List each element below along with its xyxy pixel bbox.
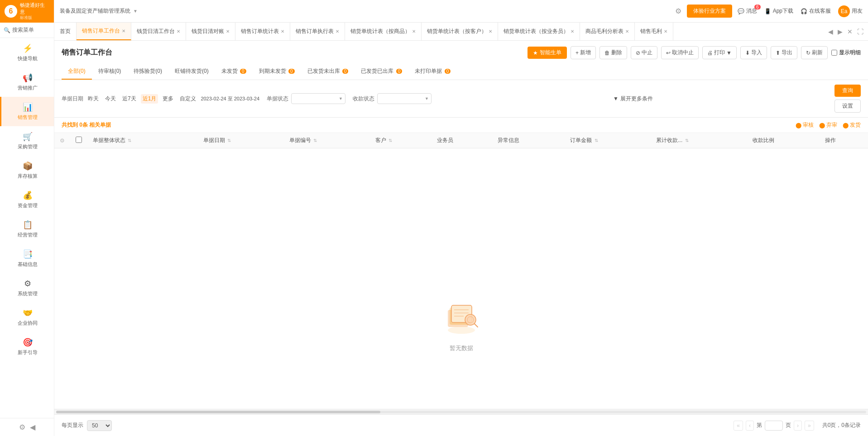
sidebar-item-basic-info[interactable]: 📑 基础信息 [0, 244, 54, 273]
message-btn[interactable]: 💬 消息 6 [738, 7, 757, 15]
sidebar-item-new-guide[interactable]: 🎯 新手引导 [0, 332, 54, 361]
date-opt-custom[interactable]: 自定义 [178, 94, 198, 104]
settings-icon[interactable]: ⚙ [675, 7, 681, 15]
tab-home[interactable]: 首页 [54, 23, 77, 40]
tab-sales-stats-staff[interactable]: 销货单统计表（按业务员） ✕ [498, 23, 580, 40]
sort-amount-icon: ⇅ [595, 138, 598, 143]
tab-close-sales-stats[interactable]: ✕ [281, 29, 284, 34]
stop-btn[interactable]: ⊘ 中止 [631, 46, 657, 59]
col-date[interactable]: 单据日期 ⇅ [198, 133, 284, 148]
delete-btn[interactable]: 🗑 删除 [599, 46, 627, 59]
tabs-prev-btn[interactable]: ◀ [826, 26, 835, 37]
sub-tab-pending-review[interactable]: 待审核(0) [92, 64, 128, 80]
sub-tab-wangpu[interactable]: 旺铺待发货(0) [168, 64, 215, 80]
page-input[interactable]: 1 [765, 421, 783, 431]
tab-close-staff[interactable]: ✕ [571, 29, 574, 34]
ship-btn[interactable]: ⬤ 发货 [843, 121, 861, 129]
revoke-btn[interactable]: ⬤ 弃审 [819, 121, 837, 129]
ship-label: 发货 [850, 121, 861, 129]
sidebar-item-enterprise[interactable]: 🤝 企业协同 [0, 303, 54, 332]
date-opt-today[interactable]: 今天 [103, 94, 118, 104]
table-settings-icon[interactable]: ⚙ [60, 137, 65, 144]
add-btn[interactable]: + 新增 [571, 46, 596, 59]
tabs-maximize-btn[interactable]: ⛶ [855, 26, 865, 37]
tab-product-margin[interactable]: 商品毛利分析表 ✕ [580, 23, 635, 40]
avatar: Ea [838, 5, 850, 17]
date-opt-more[interactable]: 更多 [161, 94, 175, 104]
footer-settings-btn[interactable]: ⚙ [19, 423, 25, 431]
col-number[interactable]: 单据编号 ⇅ [284, 133, 370, 148]
search-menu[interactable]: 🔍 搜索菜单 [0, 23, 54, 38]
expand-filter-btn[interactable]: ▼ 展开更多条件 [613, 95, 653, 103]
sub-tab-pending-inspect-label: 待拣验货(0) [134, 68, 162, 74]
last-page-btn[interactable]: » [805, 421, 814, 431]
sub-tab-overdue[interactable]: 到期未发货 0 [253, 64, 301, 80]
tab-close-cash-daily[interactable]: ✕ [177, 29, 180, 34]
select-all-checkbox[interactable] [76, 137, 82, 143]
refresh-btn[interactable]: ↻ 刷新 [801, 46, 828, 59]
industry-btn[interactable]: 体验行业方案 [687, 5, 732, 18]
show-detail-toggle[interactable]: 显示明细 [831, 49, 861, 57]
tab-close-customer[interactable]: ✕ [489, 29, 492, 34]
import-btn[interactable]: ⬇ 导入 [740, 46, 767, 59]
user-menu[interactable]: Ea 用友 [838, 5, 863, 17]
footer-collapse-btn[interactable]: ◀ [30, 423, 35, 431]
prev-page-btn[interactable]: ‹ [746, 421, 754, 431]
tab-close-exec[interactable]: ✕ [336, 29, 339, 34]
sub-tab-all[interactable]: 全部(0) [62, 64, 92, 80]
tab-sales-order-exec[interactable]: 销售订单执行表 ✕ [290, 23, 345, 40]
tabs-close-all-btn[interactable]: ✕ [845, 26, 854, 37]
show-detail-checkbox[interactable] [831, 50, 837, 56]
tab-close-product[interactable]: ✕ [412, 29, 416, 34]
set-btn[interactable]: 设置 [834, 100, 861, 113]
sidebar-item-marketing[interactable]: 📢 营销推广 [0, 67, 54, 97]
col-collected[interactable]: 累计收款... ⇅ [651, 133, 747, 148]
sidebar-item-finance[interactable]: 💰 资金管理 [0, 185, 54, 214]
print-btn[interactable]: 🖨 打印 ▼ [702, 46, 737, 59]
sub-tab-pending-inspect[interactable]: 待拣验货(0) [127, 64, 168, 80]
tab-cash-daily[interactable]: 钱货日清工作台 ✕ [131, 23, 186, 40]
horizontal-scrollbar[interactable] [54, 409, 868, 414]
sidebar-item-operations[interactable]: 📋 经营管理 [0, 214, 54, 244]
tab-sales-stats-product[interactable]: 销货单统计表（按商品） ✕ [345, 23, 422, 40]
date-opt-yesterday[interactable]: 昨天 [86, 94, 101, 104]
sub-tab-not-shipped[interactable]: 未发货 0 [215, 64, 253, 80]
app-badge: 标准版 [20, 15, 49, 21]
sub-tab-shipped-not-out[interactable]: 已发货未出库 0 [301, 64, 355, 80]
sidebar-item-system[interactable]: ⚙ 系统管理 [0, 273, 54, 303]
date-opt-1month[interactable]: 近1月 [141, 94, 158, 104]
payment-select[interactable] [377, 93, 432, 104]
col-amount[interactable]: 订单金额 ⇅ [565, 133, 651, 148]
tab-close-cash-recon[interactable]: ✕ [226, 29, 230, 34]
tab-sales-order-workbench[interactable]: 销售订单工作台 ✕ [77, 23, 131, 40]
sidebar-item-quick-nav[interactable]: ⚡ 快捷导航 [0, 38, 54, 67]
smart-gen-btn[interactable]: ★ 智能生单 [528, 47, 567, 59]
tab-close-sales-order[interactable]: ✕ [122, 28, 125, 33]
tab-cash-reconciliation[interactable]: 钱货日清对账 ✕ [186, 23, 235, 40]
sub-tab-shipped-out[interactable]: 已发货已出库 0 [355, 64, 408, 80]
first-page-btn[interactable]: « [734, 421, 743, 431]
status-select[interactable] [291, 93, 345, 104]
date-opt-7days[interactable]: 近7天 [120, 94, 138, 104]
app-download-btn[interactable]: 📱 App下载 [764, 7, 793, 15]
tab-sales-profit[interactable]: 销售毛利 ✕ [635, 23, 673, 40]
cancel-stop-btn[interactable]: ↩ 取消中止 [661, 46, 699, 59]
online-service-btn[interactable]: 🎧 在线客服 [801, 7, 831, 15]
per-page-select[interactable]: 50 100 [87, 420, 112, 431]
col-customer[interactable]: 客户 ⇅ [370, 133, 432, 148]
review-btn[interactable]: ⬤ 审核 [796, 121, 814, 129]
sidebar-item-inventory[interactable]: 📦 库存核算 [0, 156, 54, 185]
tab-close-margin[interactable]: ✕ [625, 29, 629, 34]
sidebar-item-sales[interactable]: 📊 销售管理 [0, 97, 54, 126]
tab-close-profit[interactable]: ✕ [664, 29, 667, 34]
tabs-next-btn[interactable]: ▶ [836, 26, 844, 37]
export-btn[interactable]: ⬆ 导出 [771, 46, 797, 59]
next-page-btn[interactable]: › [794, 421, 802, 431]
tab-sales-order-stats[interactable]: 销售订单统计表 ✕ [235, 23, 290, 40]
scrollbar-thumb[interactable] [56, 411, 380, 413]
query-btn[interactable]: 查询 [834, 85, 861, 97]
scrollbar-track[interactable] [56, 411, 866, 413]
sidebar-item-purchase[interactable]: 🛒 采购管理 [0, 126, 54, 156]
tab-sales-stats-customer[interactable]: 销货单统计表（按客户） ✕ [422, 23, 498, 40]
sub-tab-not-printed[interactable]: 未打印单据 0 [408, 64, 457, 80]
